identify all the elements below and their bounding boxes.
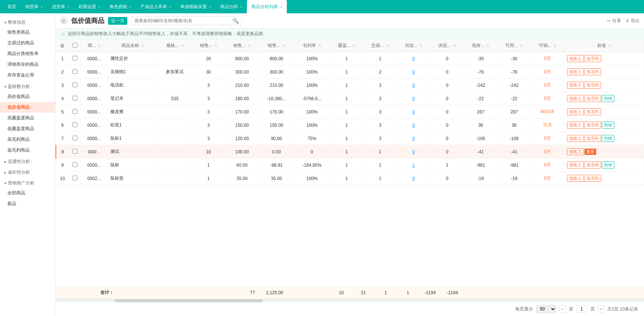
sidebar-item-low-margin[interactable]: 低毛利商品 (0, 145, 55, 156)
row-checkbox[interactable] (73, 122, 77, 127)
next-page-button[interactable]: › (598, 305, 604, 313)
row-sales-qty: 3 (192, 132, 225, 145)
row-checkbox[interactable] (73, 109, 77, 114)
row-sales-qty: 3 (192, 119, 225, 132)
row-spec (158, 132, 192, 145)
export-button[interactable]: ⇓ 导出 (625, 18, 640, 24)
nav-product-analysis-list[interactable]: 商品分析列表 × (247, 0, 287, 13)
collapse-sidebar-button[interactable]: « (60, 17, 67, 24)
table-row: 8000/...测试10100.000.0001100-41-410天低收入重置 (56, 145, 644, 159)
row-spec (158, 79, 192, 92)
nav-close-icon[interactable]: × (240, 5, 242, 9)
sidebar-group-overview[interactable]: ▾ 整体信息 (0, 16, 55, 27)
browse1-link[interactable]: 0 (412, 123, 415, 128)
select-all-checkbox[interactable] (73, 43, 77, 48)
row-tags: 低收入低毛利 (564, 172, 644, 185)
nav-purchase-order[interactable]: 进货单 × (47, 0, 74, 13)
sidebar-item-traded-products[interactable]: 交易过的商品 (0, 38, 55, 48)
browse1-link[interactable]: 1 (412, 163, 415, 168)
nav-close-icon[interactable]: × (130, 5, 132, 9)
top-nav: 首页 销货单 × 进货单 × 权限设置 × 角色授权 × 产成品入库单 × 单据… (0, 0, 644, 13)
nav-product-analysis[interactable]: 商品分析 × (216, 0, 247, 13)
nav-product-inbound[interactable]: 产成品入库单 × (136, 0, 176, 13)
sidebar-item-slow-moving[interactable]: 滞销库存的商品 (0, 59, 55, 70)
sidebar-item-new-products[interactable]: 新品 (0, 198, 55, 209)
row-name: 鼠标1 (108, 132, 158, 145)
row-margin: 100% (294, 52, 330, 65)
search-input[interactable] (134, 18, 230, 23)
row-checkbox-cell (69, 145, 80, 159)
search-box: 🔍 (131, 16, 242, 25)
row-checkbox-cell (69, 119, 80, 132)
main-layout: ▾ 整体信息 销售类商品 交易过的商品 商品分类销售率 滞销库存的商品 库存资金… (0, 13, 644, 316)
browse1-link[interactable]: 0 (412, 176, 415, 181)
search-icon[interactable]: 🔍 (232, 18, 239, 24)
nav-close-icon[interactable]: × (67, 5, 70, 9)
browse1-link[interactable]: 0 (412, 96, 415, 101)
total-br2: 1 (397, 290, 419, 295)
sidebar-item-low-value[interactable]: 低价值商品 (0, 102, 55, 113)
total-s1: 77 (241, 290, 264, 295)
sidebar-group-growth[interactable]: ▸ 成长性分析 (0, 166, 55, 177)
browse1-link[interactable]: 0 (412, 56, 415, 61)
row-name: 笔记本 (108, 92, 158, 105)
row-checkbox[interactable] (73, 96, 77, 101)
row-checkbox[interactable] (73, 69, 77, 74)
nav-close-icon[interactable]: × (280, 5, 282, 9)
row-checkbox[interactable] (73, 82, 77, 87)
row-browse1: 0 (397, 65, 430, 79)
row-checkbox[interactable] (73, 149, 77, 154)
row-checkbox[interactable] (73, 162, 77, 167)
page-size-select[interactable]: 50 100 (536, 305, 556, 313)
row-browse2: 0 (430, 65, 464, 79)
nav-close-icon[interactable]: × (98, 5, 101, 9)
row-browse2: 0 (430, 145, 464, 159)
nav-sales-order[interactable]: 销货单 × (21, 0, 47, 13)
row-sales-qty: 3 (192, 105, 225, 119)
scrollbar-area[interactable] (56, 299, 644, 302)
nav-home[interactable]: 首页 (3, 0, 21, 13)
sidebar-group-financial[interactable]: ▾ 盈财数分析 (0, 81, 55, 91)
row-sales-amount: 150.00 (225, 119, 259, 132)
sidebar-item-high-coverage[interactable]: 高覆盖度商品 (0, 113, 55, 123)
collapse-arrow-icon: ▸ (4, 170, 6, 174)
nav-close-icon[interactable]: × (169, 5, 171, 9)
time-badge[interactable]: 近一月 (108, 17, 127, 25)
nav-close-icon[interactable]: × (209, 5, 211, 9)
sidebar-group-marketing[interactable]: ▾ 营销推广分析 (0, 177, 55, 188)
sidebar-group-flow[interactable]: ▸ 流通性分析 (0, 156, 55, 166)
sidebar-item-high-margin[interactable]: 高毛利商品 (0, 134, 55, 145)
browse1-link[interactable]: 0 (412, 136, 415, 141)
row-coverage: 1 (330, 172, 363, 185)
row-browse2: 0 (430, 172, 464, 185)
browse1-link[interactable]: 0 (412, 149, 415, 154)
row-checkbox-cell (69, 105, 80, 119)
browse1-link[interactable]: 0 (412, 69, 415, 75)
sidebar-item-sales-products[interactable]: 销售类商品 (0, 27, 55, 38)
nav-permission-settings[interactable]: 权限设置 × (74, 0, 105, 13)
sidebar-item-low-coverage[interactable]: 低覆盖度商品 (0, 123, 55, 134)
row-days: 0天 (531, 159, 564, 172)
row-margin: 100% (294, 65, 330, 79)
page-number-input[interactable] (576, 305, 587, 313)
nav-template-settings[interactable]: 单据模板设置 × (176, 0, 216, 13)
sidebar-item-all-products[interactable]: 全部商品 (0, 188, 55, 198)
share-button[interactable]: ⇨ 分享 (607, 18, 621, 24)
nav-close-icon[interactable]: × (41, 5, 43, 9)
row-checkbox[interactable] (73, 176, 77, 180)
sidebar-item-high-value[interactable]: 高价值商品 (0, 91, 55, 102)
row-sales-cost: 210.00 (259, 79, 294, 92)
row-checkbox[interactable] (73, 136, 77, 140)
browse1-link[interactable]: 0 (412, 109, 415, 115)
nav-role-auth[interactable]: 角色授权 × (105, 0, 136, 13)
collapse-arrow-icon: ▾ (4, 181, 6, 185)
page-text: 首 (569, 306, 573, 312)
col-gear: ⚙ (56, 40, 69, 52)
row-transactions: 3 (363, 119, 397, 132)
gear-icon[interactable]: ⚙ (60, 43, 65, 49)
row-checkbox[interactable] (73, 56, 77, 61)
sidebar-item-category-sales-rate[interactable]: 商品分类销售率 (0, 48, 55, 59)
first-page-button[interactable]: ‹ (559, 305, 566, 313)
browse1-link[interactable]: 0 (412, 83, 415, 88)
sidebar-item-inventory-capital[interactable]: 库存资金占用 (0, 70, 55, 81)
